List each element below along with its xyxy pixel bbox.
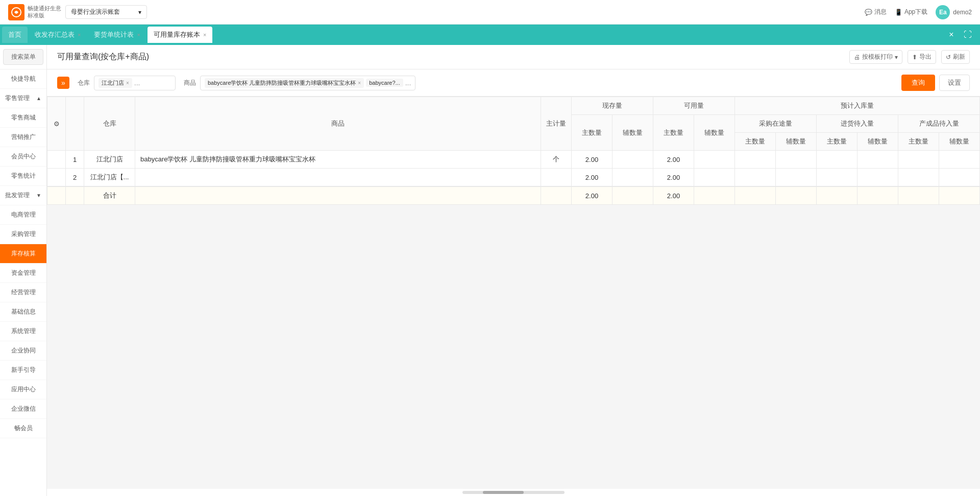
th-product-pending-group: 产成品待入量 — [898, 115, 980, 133]
th-inbound-pending-aux: 辅数量 — [857, 133, 898, 151]
tab-close-available[interactable]: × — [203, 32, 206, 38]
tab-home[interactable]: 首页 — [2, 27, 28, 43]
sidebar-item-wholesale-mgmt[interactable]: 批发管理 ▼ — [0, 186, 46, 205]
th-avail-main: 主数量 — [653, 115, 694, 151]
cell-inbound-pending-aux-1 — [857, 151, 898, 169]
cell-avail-aux-1 — [694, 151, 735, 169]
export-icon: ⬆ — [912, 54, 917, 61]
more-dots-product[interactable]: ... — [405, 79, 411, 87]
footer-product-pending-aux — [939, 186, 980, 205]
tab-available-stock[interactable]: 可用量库存账本 × — [148, 27, 212, 43]
sidebar-item-purchase-mgmt[interactable]: 采购管理 — [0, 225, 46, 244]
tab-close-receive[interactable]: × — [78, 32, 81, 38]
header-left: 畅捷通好生意 标准版 母婴行业演示账套 ▾ — [8, 4, 147, 20]
cell-warehouse-2: 江北门店【... — [84, 169, 135, 187]
cell-purchase-transit-aux-2 — [776, 169, 817, 187]
sidebar-item-ecommerce[interactable]: 电商管理 — [0, 205, 46, 225]
th-gear: ⚙ — [47, 97, 66, 151]
expand-window-icon[interactable]: ⛶ — [962, 29, 974, 41]
footer-inbound-pending-main — [817, 186, 857, 205]
footer-cell-rownum — [66, 186, 84, 205]
th-product-pending-main: 主数量 — [898, 133, 939, 151]
gear-icon[interactable]: ⚙ — [54, 120, 60, 128]
cell-product-pending-aux-2 — [939, 169, 980, 187]
warehouse-tag-close[interactable]: × — [126, 80, 129, 86]
filter-expand-button[interactable]: » — [57, 77, 69, 89]
horizontal-scrollbar — [47, 489, 980, 496]
refresh-icon: ↺ — [946, 54, 951, 61]
chevron-down-icon: ▾ — [138, 9, 141, 16]
warehouse-input[interactable]: 江北门店 × ... — [94, 76, 176, 90]
scrollbar-track[interactable] — [462, 491, 565, 494]
search-menu-button[interactable]: 搜索菜单 — [3, 49, 43, 65]
header-right: 💬 消息 📱 App下载 Ea demo2 — [865, 5, 972, 19]
cell-purchase-transit-main-2 — [735, 169, 776, 187]
cell-avail-main-2: 2.00 — [653, 169, 694, 187]
sidebar-item-enterprise-collab[interactable]: 企业协同 — [0, 341, 46, 361]
tab-order-stats[interactable]: 要货单统计表 × — [88, 27, 146, 43]
sidebar-item-system-mgmt[interactable]: 系统管理 — [0, 322, 46, 341]
th-stock-group: 现存量 — [572, 97, 653, 115]
cell-unit-1: 个 — [541, 151, 572, 169]
th-rownum — [66, 97, 84, 151]
close-window-icon[interactable]: × — [945, 29, 958, 41]
scrollbar-thumb[interactable] — [483, 491, 524, 494]
query-button[interactable]: 查询 — [901, 75, 935, 91]
sidebar: 搜索菜单 快捷导航 零售管理 ▲ 零售商城 营销推广 会员中心 零售统计 批发管… — [0, 45, 47, 496]
logo-area: 畅捷通好生意 标准版 — [8, 4, 61, 20]
sidebar-item-member-center[interactable]: 会员中心 — [0, 147, 46, 167]
table-row: 2 江北门店【... 2.00 2.00 — [47, 169, 980, 187]
sidebar-item-member-vip[interactable]: 畅会员 — [0, 419, 46, 438]
settings-button[interactable]: 设置 — [939, 75, 970, 91]
cell-purchase-transit-aux-1 — [776, 151, 817, 169]
sidebar-item-quick-nav[interactable]: 快捷导航 — [0, 69, 46, 89]
filter-bar: » 仓库 江北门店 × ... 商品 babycare学饮杯 儿童防摔防撞吸管杯… — [47, 69, 980, 97]
sidebar-item-new-guide[interactable]: 新手引导 — [0, 361, 46, 380]
cell-stock-aux-2 — [612, 169, 653, 187]
cell-avail-aux-2 — [694, 169, 735, 187]
cell-avail-main-1: 2.00 — [653, 151, 694, 169]
tab-receive-summary[interactable]: 收发存汇总表 × — [29, 27, 87, 43]
sidebar-item-basic-info[interactable]: 基础信息 — [0, 302, 46, 322]
th-main-unit: 主计量 — [541, 97, 572, 151]
th-forecast-group: 预计入库量 — [735, 97, 980, 115]
sidebar-item-marketing[interactable]: 营销推广 — [0, 128, 46, 147]
export-button[interactable]: ⬆ 导出 — [908, 50, 936, 64]
th-purchase-transit-main: 主数量 — [735, 133, 776, 151]
chevron-down-icon: ▾ — [895, 54, 898, 61]
user-area[interactable]: Ea demo2 — [936, 5, 972, 19]
sidebar-item-finance[interactable]: 资金管理 — [0, 264, 46, 283]
footer-stock-main: 2.00 — [572, 186, 612, 205]
refresh-button[interactable]: ↺ 刷新 — [941, 50, 970, 64]
sidebar-item-retail-mgmt[interactable]: 零售管理 ▲ — [0, 89, 46, 108]
sidebar-item-retail-stats[interactable]: 零售统计 — [0, 167, 46, 186]
cell-purchase-transit-main-1 — [735, 151, 776, 169]
cell-product-pending-main-1 — [898, 151, 939, 169]
product-tag-close-1[interactable]: × — [358, 80, 361, 86]
message-action[interactable]: 💬 消息 — [865, 8, 887, 16]
cell-warehouse-1: 江北门店 — [84, 151, 135, 169]
page-header: 可用量查询(按仓库+商品) 🖨 按模板打印 ▾ ⬆ 导出 ↺ 刷新 — [47, 45, 980, 69]
product-input[interactable]: babycare学饮杯 儿童防摔防撞吸管杯重力球吸嘴杯宝宝水杯 × babyca… — [200, 76, 415, 90]
footer-label: 合计 — [84, 186, 135, 205]
sidebar-item-retail-mall[interactable]: 零售商城 — [0, 108, 46, 128]
download-action[interactable]: 📱 App下载 — [895, 8, 927, 16]
print-button[interactable]: 🖨 按模板打印 ▾ — [849, 50, 902, 64]
cell-inbound-pending-main-2 — [817, 169, 857, 187]
page-actions: 🖨 按模板打印 ▾ ⬆ 导出 ↺ 刷新 — [849, 50, 970, 64]
sidebar-item-business-mgmt[interactable]: 经营管理 — [0, 283, 46, 302]
industry-selector[interactable]: 母婴行业演示账套 ▾ — [65, 5, 147, 19]
tab-close-order[interactable]: × — [137, 32, 140, 38]
data-table: ⚙ 仓库 商品 主计量 现存量 可用量 预计入库量 主数量 辅数量 主数量 — [47, 97, 980, 205]
more-dots[interactable]: ... — [134, 79, 140, 87]
sidebar-item-inventory[interactable]: 库存核算 — [0, 244, 46, 264]
cell-stock-main-1: 2.00 — [572, 151, 612, 169]
top-header: 畅捷通好生意 标准版 母婴行业演示账套 ▾ 💬 消息 📱 App下载 Ea de… — [0, 0, 980, 25]
chevron-down-icon: ▼ — [36, 193, 41, 198]
sidebar-item-app-center[interactable]: 应用中心 — [0, 380, 46, 399]
content-area: 可用量查询(按仓库+商品) 🖨 按模板打印 ▾ ⬆ 导出 ↺ 刷新 » — [47, 45, 980, 496]
th-purchase-transit-group: 采购在途量 — [735, 115, 817, 133]
th-inbound-pending-group: 进货待入量 — [817, 115, 898, 133]
cell-rownum-1: 1 — [66, 151, 84, 169]
sidebar-item-enterprise-wechat[interactable]: 企业微信 — [0, 399, 46, 419]
